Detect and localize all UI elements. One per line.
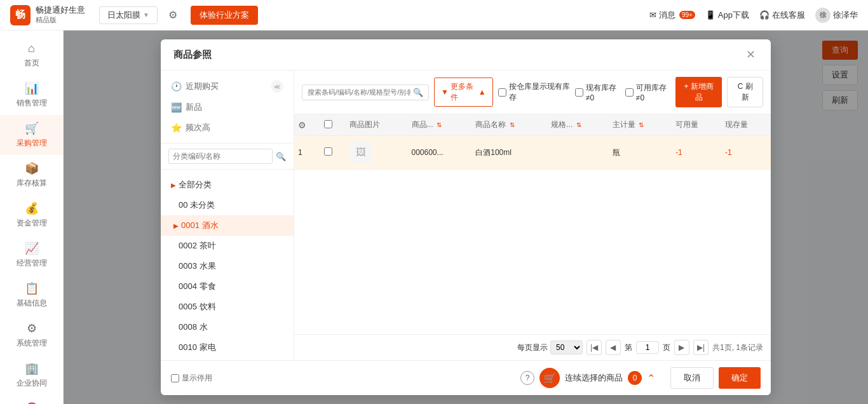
col-stock: 现存量 xyxy=(721,114,771,136)
col-unit[interactable]: 主计量 ⇅ xyxy=(609,114,672,136)
store-name: 日太阳膜 xyxy=(107,10,140,21)
sidebar-item-stock[interactable]: 📦 库存核算 xyxy=(0,155,63,195)
filter-button[interactable]: ▼ 更多条件 ▲ xyxy=(434,77,493,107)
service-button[interactable]: 🎧 在线客服 xyxy=(759,10,805,21)
checkbox-warehouse-stock[interactable]: 按仓库显示现有库存 xyxy=(498,81,570,103)
modal-right-panel: 🔍 ▼ 更多条件 ▲ 按仓库显示现有库存 xyxy=(294,71,771,360)
cell-name: 白酒100ml xyxy=(471,136,547,170)
sidebar-item-system[interactable]: ⚙ 系统管理 xyxy=(0,315,63,355)
page-number-input[interactable] xyxy=(636,341,659,354)
confirm-button[interactable]: 确定 xyxy=(719,367,761,389)
messages-button[interactable]: ✉ 消息 99+ xyxy=(649,10,695,21)
category-label-c0002: 0002 茶叶 xyxy=(179,240,216,252)
product-search-input[interactable] xyxy=(308,88,410,96)
sidebar-item-purchase[interactable]: 🛒 采购管理 xyxy=(0,115,63,155)
col-name[interactable]: 商品名称 ⇅ xyxy=(471,114,547,136)
select-all-checkbox[interactable] xyxy=(324,120,332,128)
last-page-button[interactable]: ▶| xyxy=(693,340,709,355)
trial-button[interactable]: 体验行业方案 xyxy=(191,6,258,25)
stock-icon: 📦 xyxy=(25,161,39,175)
category-search-input[interactable] xyxy=(168,149,273,164)
per-page-label: 每页显示 xyxy=(517,342,548,353)
col-gear: ⚙ xyxy=(294,114,320,136)
modal-title: 商品参照 xyxy=(173,49,212,61)
product-table-wrap: ⚙ 商品图片 商品... ⇅ 商品名称 ⇅ xyxy=(294,114,771,334)
checkbox-available-stock[interactable]: 可用库存≠0 xyxy=(625,83,670,102)
show-disabled-checkbox[interactable] xyxy=(171,374,179,382)
first-page-button[interactable]: |◀ xyxy=(587,340,602,355)
sidebar-item-finance[interactable]: 💰 资金管理 xyxy=(0,195,63,235)
category-label-c0001: 0001 酒水 xyxy=(181,220,219,231)
settings-icon[interactable]: ⚙ xyxy=(163,5,183,25)
sidebar-item-sales[interactable]: 📊 销售管理 xyxy=(0,75,63,115)
pagination: 每页显示 50 10 20 100 |◀ ◀ 第 页 xyxy=(294,334,771,360)
show-disabled-checkbox-wrap[interactable]: 显示停用 xyxy=(171,373,212,384)
sidebar-item-operation[interactable]: 📈 经营管理 xyxy=(0,235,63,275)
guide-icon: 🎯 xyxy=(25,401,39,404)
cart-collapse-icon[interactable]: ⌃ xyxy=(647,372,655,384)
category-item-c0010[interactable]: 0010 家电 xyxy=(161,337,294,358)
checkbox-nonzero-input[interactable] xyxy=(575,88,583,97)
home-icon: ⌂ xyxy=(28,42,35,55)
app-download-button[interactable]: 📱 App下载 xyxy=(705,10,749,21)
sidebar-item-basic[interactable]: 📋 基础信息 xyxy=(0,275,63,315)
app-icon: 📱 xyxy=(705,10,715,20)
col-code[interactable]: 商品... ⇅ xyxy=(408,114,472,136)
next-page-button[interactable]: ▶ xyxy=(674,340,689,355)
category-item-c0005[interactable]: 0005 饮料 xyxy=(161,297,294,317)
table-row[interactable]: 1 🖼 000600... 白酒100ml 瓶 -1 xyxy=(294,136,771,170)
footer-buttons: 取消 确定 xyxy=(670,367,761,389)
category-item-c00[interactable]: 00 未分类 xyxy=(161,195,294,215)
sidebar-item-corp[interactable]: 🏢 企业协同 xyxy=(0,355,63,395)
modal-close-button[interactable]: ✕ xyxy=(743,47,758,62)
checkbox-available-input[interactable] xyxy=(625,88,634,97)
checkbox-nonzero-stock[interactable]: 现有库存≠0 xyxy=(575,83,620,102)
product-search-wrap: 🔍 xyxy=(302,84,429,100)
collapse-button[interactable]: ≪ xyxy=(271,80,283,93)
sidebar-item-home[interactable]: ⌂ 首页 xyxy=(0,36,63,75)
cancel-button[interactable]: 取消 xyxy=(670,367,714,389)
cell-stock: -1 xyxy=(721,136,771,170)
category-label-c00: 00 未分类 xyxy=(179,199,215,211)
cell-checkbox[interactable] xyxy=(320,136,346,170)
message-label: 消息 xyxy=(659,10,675,21)
checkbox-nonzero-label: 现有库存≠0 xyxy=(586,83,620,102)
prev-page-button[interactable]: ◀ xyxy=(606,340,621,355)
sales-icon: 📊 xyxy=(25,81,39,95)
category-label-c0010: 0010 家电 xyxy=(179,342,216,353)
category-item-c0003[interactable]: 0003 水果 xyxy=(161,256,294,276)
basic-icon: 📋 xyxy=(25,281,39,295)
tab-recent[interactable]: 🕐 近期购买 ≪ xyxy=(161,76,294,97)
category-item-c0004[interactable]: 0004 零食 xyxy=(161,276,294,297)
checkbox-warehouse-input[interactable] xyxy=(498,88,506,97)
help-icon[interactable]: ? xyxy=(520,371,534,385)
layout: ⌂ 首页 📊 销售管理 🛒 采购管理 📦 库存核算 💰 资金管理 📈 经营管理 … xyxy=(0,30,868,404)
tab-new[interactable]: 🆕 新品 xyxy=(161,97,294,118)
user-avatar: 徐 xyxy=(815,8,831,23)
category-item-c0001[interactable]: ▶ 0001 酒水 xyxy=(161,215,294,236)
category-search-button[interactable]: 🔍 xyxy=(275,149,286,163)
page-size-select[interactable]: 50 10 20 100 xyxy=(550,340,583,354)
col-spec[interactable]: 规格... ⇅ xyxy=(547,114,608,136)
sidebar-label-basic: 基础信息 xyxy=(17,298,47,309)
tab-recent-label: 近期购买 xyxy=(186,81,219,92)
finance-icon: 💰 xyxy=(25,201,39,215)
tab-new-label: 新品 xyxy=(186,102,202,113)
service-label: 在线客服 xyxy=(772,10,805,21)
logo-text-group: 畅捷通好生意 精品版 xyxy=(36,5,85,25)
store-selector[interactable]: 日太阳膜 ▼ xyxy=(99,6,158,24)
user-menu[interactable]: 徐 徐泽华 xyxy=(815,8,858,23)
add-product-button[interactable]: + 新增商品 xyxy=(675,77,722,107)
logo-sub: 精品版 xyxy=(36,15,85,25)
category-item-all[interactable]: ▶ 全部分类 xyxy=(161,175,294,195)
user-name: 徐泽华 xyxy=(833,10,858,21)
table-gear-icon[interactable]: ⚙ xyxy=(298,120,306,130)
product-table: ⚙ 商品图片 商品... ⇅ 商品名称 ⇅ xyxy=(294,114,771,170)
recent-icon: 🕐 xyxy=(171,81,182,91)
sidebar-item-guide[interactable]: 🎯 新手引导 xyxy=(0,395,63,404)
tab-frequent[interactable]: ⭐ 频次高 xyxy=(161,118,294,138)
refresh-button[interactable]: C 刷新 xyxy=(727,77,763,107)
row-checkbox[interactable] xyxy=(324,147,332,156)
category-item-c0002[interactable]: 0002 茶叶 xyxy=(161,236,294,256)
category-item-c0008[interactable]: 0008 水 xyxy=(161,317,294,337)
